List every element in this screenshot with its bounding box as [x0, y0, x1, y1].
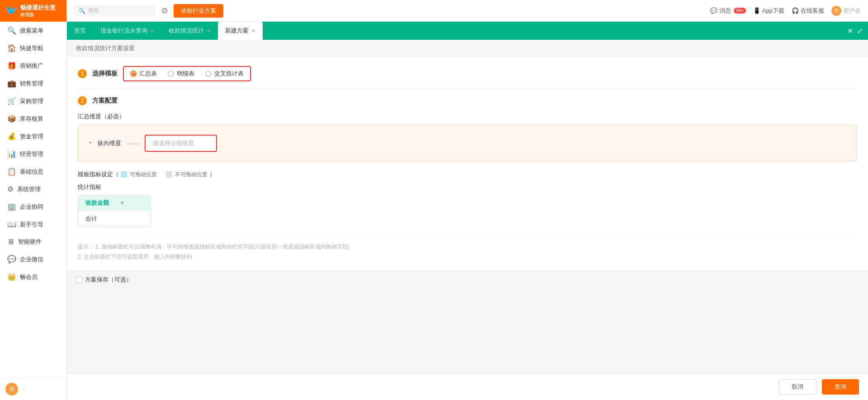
save-checkbox[interactable] — [76, 277, 82, 283]
radio-cross-circle — [205, 71, 212, 77]
sidebar-item-marketing-label: 营销推广 — [20, 62, 43, 70]
radio-summary[interactable]: 汇总表 — [130, 70, 157, 78]
tab-stats-close[interactable]: ✕ — [207, 28, 211, 34]
vertical-dim-label: 纵向维度 — [98, 139, 121, 147]
tip-2: 2. 点击标题栏下拉可设置排序、插入列和删除列 — [78, 252, 857, 262]
fixed-label: 不可拖动位置 — [175, 171, 208, 179]
sidebar-item-member[interactable]: 👑 畅会员 — [0, 268, 66, 286]
template-radio-group[interactable]: 汇总表 明细表 交叉统计表 — [123, 66, 251, 81]
chat-icon: 💬 — [7, 255, 16, 264]
notification-icon: 💬 — [710, 7, 717, 14]
avatar: 用 — [5, 383, 18, 395]
dimension-subsection: 汇总维度（必选） * 纵向维度 —— 请选择分组维度 — [78, 113, 857, 161]
dim-select[interactable]: 请选择分组维度 — [145, 135, 217, 152]
sidebar-item-search-label: 搜索菜单 — [20, 27, 43, 35]
settings-icon[interactable]: ⚙ — [161, 6, 168, 16]
search-box-placeholder: 搜索 — [88, 7, 99, 14]
radio-detail-label: 明细表 — [177, 70, 194, 78]
sidebar-item-collab[interactable]: 🏢 企业协同 — [0, 198, 66, 216]
save-checkbox-text: 方案保存（可选） — [85, 276, 132, 284]
sidebar-item-marketing[interactable]: 🎁 营销推广 — [0, 57, 66, 75]
main-area: 🔍 搜索 ⚙ 体验行业方案 💬 消息 99+ 📱 App下载 🎧 在线客服 用 … — [67, 0, 868, 400]
topbar-right: 💬 消息 99+ 📱 App下载 🎧 在线客服 用 用户名 — [710, 6, 861, 16]
chart-icon: 📊 — [7, 150, 16, 158]
sidebar-item-base[interactable]: 📋 基础信息 — [0, 163, 66, 180]
sidebar-item-guide[interactable]: 📖 新手引导 — [0, 216, 66, 233]
tabbar-actions: ✕ ⤢ — [847, 27, 868, 35]
search-box-icon: 🔍 — [79, 8, 85, 14]
breadcrumb: 收款情况统计方案设置 — [67, 40, 868, 57]
user-name: ··· — [22, 386, 26, 392]
radio-detail[interactable]: 明细表 — [168, 70, 194, 78]
tab-close-all-icon[interactable]: ✕ — [847, 27, 853, 35]
chevron-down-icon: ▾ — [121, 200, 123, 206]
required-star: * — [89, 140, 91, 147]
content-area: 收款情况统计方案设置 1 选择模板 汇总表 明细表 — [67, 40, 868, 373]
query-button[interactable]: 查询 — [822, 379, 859, 395]
sidebar-item-finance[interactable]: 💰 资金管理 — [0, 127, 66, 145]
sidebar-item-search[interactable]: 🔍 搜索菜单 — [0, 22, 66, 39]
tab-stats[interactable]: 收款情况统计 ✕ — [161, 22, 218, 40]
sidebar-item-guide-label: 新手引导 — [20, 221, 43, 229]
tab-expand-icon[interactable]: ⤢ — [857, 27, 863, 35]
sidebar-item-system[interactable]: ⚙ 系统管理 — [0, 180, 66, 198]
sidebar-item-wechat[interactable]: 💬 企业微信 — [0, 250, 66, 268]
tab-home[interactable]: 首页 — [67, 22, 93, 40]
step2-row: 2 方案配置 — [78, 96, 857, 105]
sidebar-item-sales[interactable]: 💼 销售管理 — [0, 75, 66, 92]
user-item[interactable]: 用 用户名 — [831, 6, 861, 16]
building-icon: 🏢 — [7, 202, 16, 211]
sidebar-item-purchase[interactable]: 🛒 采购管理 — [0, 92, 66, 110]
sidebar-bottom: 用 ··· — [0, 378, 66, 400]
sidebar-item-nav[interactable]: 🏠 快捷导航 — [0, 39, 66, 57]
sidebar-item-purchase-label: 采购管理 — [20, 97, 43, 105]
sidebar-item-operation[interactable]: 📊 经营管理 — [0, 145, 66, 163]
arrow-icon: —— — [127, 140, 139, 147]
monitor-icon: 🖥 — [7, 238, 14, 246]
sidebar-item-inventory[interactable]: 📦 库存核算 — [0, 110, 66, 127]
cart-icon: 🛒 — [7, 97, 16, 105]
sidebar-item-hardware-label: 智能硬件 — [18, 238, 42, 246]
tab-new-plan[interactable]: 新建方案 ✕ — [218, 22, 263, 40]
step2-label: 方案配置 — [92, 97, 118, 105]
download-label: App下载 — [762, 7, 784, 15]
step1-row: 1 选择模板 汇总表 明细表 交叉统计表 — [78, 66, 857, 81]
service-label: 在线客服 — [801, 7, 824, 15]
gear-icon: ⚙ — [7, 185, 14, 193]
tab-bank-label: 现金银行流水查询 — [100, 27, 147, 35]
sidebar-item-member-label: 畅会员 — [20, 273, 38, 281]
sidebar: 🐦 畅捷通好生意 标准版 🔍 搜索菜单 🏠 快捷导航 🎁 营销推广 💼 销售管理… — [0, 0, 67, 400]
save-checkbox-label[interactable]: 方案保存（可选） — [76, 276, 132, 284]
indicator-row-label: 合计 — [85, 215, 97, 222]
home-icon: 🏠 — [7, 44, 16, 52]
trial-button[interactable]: 体验行业方案 — [174, 4, 223, 18]
radio-cross[interactable]: 交叉统计表 — [205, 70, 244, 78]
notification-item[interactable]: 💬 消息 99+ — [710, 7, 746, 15]
indicator-row-total: 合计 — [78, 211, 151, 226]
tab-bank-close[interactable]: ✕ — [150, 28, 154, 34]
book-icon: 📖 — [7, 220, 16, 229]
step1-label: 选择模板 — [92, 70, 118, 78]
service-icon: 🎧 — [792, 7, 799, 14]
download-item[interactable]: 📱 App下载 — [753, 7, 784, 15]
indicator-section: 模板指标设定（ 可拖动位置 不可拖动位置 ） 统计指标 收款金额 — [78, 170, 857, 228]
cancel-button[interactable]: 取消 — [778, 379, 816, 395]
radio-summary-circle — [130, 71, 137, 77]
step1-badge: 1 — [78, 69, 87, 78]
sidebar-item-finance-label: 资金管理 — [20, 132, 43, 141]
movable-label: 可拖动位置 — [130, 171, 157, 179]
sidebar-item-inventory-label: 库存核算 — [20, 115, 43, 123]
service-item[interactable]: 🎧 在线客服 — [792, 7, 824, 15]
fixed-dot — [166, 171, 172, 178]
money-icon: 💰 — [7, 132, 16, 141]
tab-bank[interactable]: 现金银行流水查询 ✕ — [93, 22, 161, 40]
search-icon: 🔍 — [7, 26, 16, 35]
tab-new-plan-close[interactable]: ✕ — [251, 28, 255, 34]
indicator-label: 统计指标 — [78, 183, 857, 191]
dimension-title: 汇总维度（必选） — [78, 113, 857, 121]
download-icon: 📱 — [753, 7, 760, 14]
search-box[interactable]: 🔍 搜索 — [74, 5, 156, 16]
sidebar-item-hardware[interactable]: 🖥 智能硬件 — [0, 233, 66, 250]
indicator-header[interactable]: 收款金额 ▾ — [78, 195, 151, 211]
step2-badge: 2 — [78, 96, 87, 105]
